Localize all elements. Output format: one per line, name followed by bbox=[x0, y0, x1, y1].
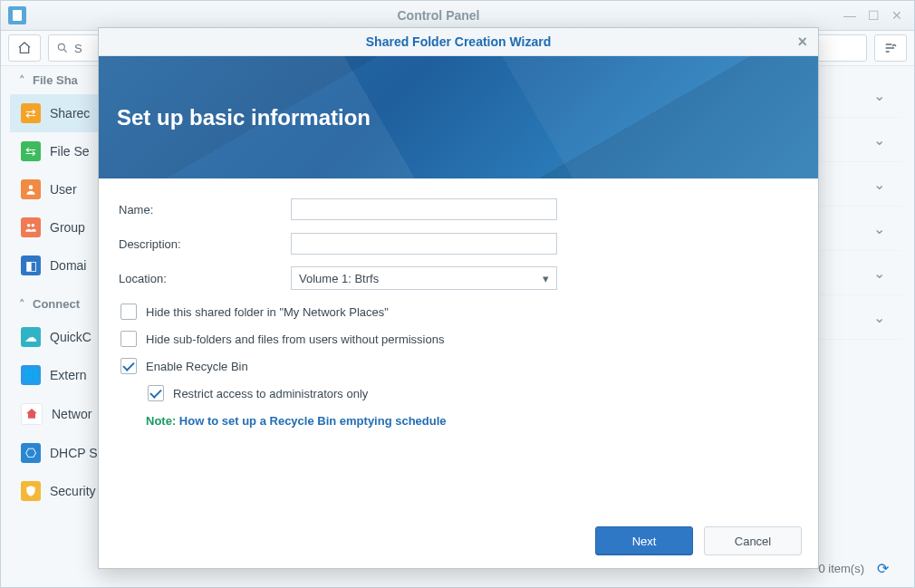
svg-point-3 bbox=[32, 224, 35, 227]
home-icon bbox=[17, 41, 32, 55]
sidebar-item-label: User bbox=[50, 182, 77, 197]
option-label: Hide sub-folders and files from users wi… bbox=[146, 333, 444, 346]
chevron-down-icon: ⌄ bbox=[873, 87, 885, 104]
sidebar-item-label: Sharec bbox=[50, 106, 90, 120]
option-label: Restrict access to administrators only bbox=[173, 387, 368, 400]
sidebar-item-label: DHCP S bbox=[50, 446, 98, 460]
option-label: Hide this shared folder in "My Network P… bbox=[146, 305, 389, 319]
sort-icon bbox=[883, 41, 898, 55]
chevron-down-icon: ⌄ bbox=[873, 265, 885, 282]
dialog-title: Shared Folder Creation Wizard bbox=[366, 34, 551, 49]
sidebar-item-label: Extern bbox=[50, 368, 86, 382]
sidebar-item-label: Security bbox=[50, 484, 96, 498]
sidebar-section-label: Connect bbox=[33, 297, 80, 311]
chevron-down-icon: ⌄ bbox=[873, 176, 885, 193]
refresh-icon[interactable]: ⟳ bbox=[877, 560, 889, 577]
checkbox-icon[interactable] bbox=[120, 331, 137, 347]
location-label: Location: bbox=[119, 272, 291, 285]
group-icon bbox=[21, 217, 41, 237]
dialog-body: Name: Description: Location: Volume 1: B… bbox=[99, 178, 818, 444]
sidebar-item-label: File Se bbox=[50, 144, 90, 159]
checkbox-checked-icon[interactable] bbox=[148, 385, 164, 401]
description-label: Description: bbox=[119, 237, 291, 251]
note-label: Note: bbox=[146, 414, 176, 428]
sidebar-item-label: QuickC bbox=[50, 330, 92, 344]
shield-icon bbox=[21, 481, 41, 501]
checkbox-icon[interactable] bbox=[120, 304, 137, 320]
cloud-icon: ☁ bbox=[21, 327, 41, 347]
user-icon bbox=[21, 179, 41, 199]
cancel-button[interactable]: Cancel bbox=[704, 526, 802, 555]
dialog-banner: Set up basic information bbox=[99, 56, 818, 178]
svg-point-0 bbox=[58, 43, 64, 50]
option-hide-subfolders[interactable]: Hide sub-folders and files from users wi… bbox=[119, 325, 798, 352]
option-enable-recycle-bin[interactable]: Enable Recycle Bin bbox=[119, 352, 798, 380]
button-label: Cancel bbox=[735, 535, 771, 548]
folder-share-icon: ⇄ bbox=[21, 103, 41, 123]
options-group: Hide this shared folder in "My Network P… bbox=[119, 298, 798, 428]
control-panel-window: Control Panel — ☐ ✕ S ˄ File Sha ⇄ Share… bbox=[0, 0, 915, 588]
search-icon bbox=[56, 42, 69, 54]
dhcp-icon: ⎔ bbox=[21, 443, 41, 463]
chevron-down-icon: ⌄ bbox=[873, 309, 885, 326]
network-icon bbox=[21, 403, 43, 425]
button-label: Next bbox=[632, 535, 657, 548]
option-restrict-admins[interactable]: Restrict access to administrators only bbox=[146, 380, 798, 407]
search-text: S bbox=[74, 42, 82, 55]
sidebar-item-label: Networ bbox=[52, 407, 92, 421]
item-count: 0 item(s) bbox=[818, 562, 864, 575]
dialog-footer: Next Cancel bbox=[595, 526, 802, 555]
globe-icon: 🌐 bbox=[21, 365, 41, 385]
note-row: Note: How to set up a Recycle Bin emptyi… bbox=[146, 414, 798, 428]
chevron-down-icon: ⌄ bbox=[873, 220, 885, 237]
field-location: Location: Volume 1: Btrfs ▾ bbox=[119, 264, 798, 293]
window-title: Control Panel bbox=[34, 8, 843, 23]
dialog-titlebar[interactable]: Shared Folder Creation Wizard × bbox=[99, 28, 818, 56]
svg-point-1 bbox=[29, 185, 34, 189]
minimize-icon[interactable]: — bbox=[843, 8, 856, 23]
checkbox-checked-icon[interactable] bbox=[120, 358, 137, 374]
field-description: Description: bbox=[119, 229, 798, 258]
description-input[interactable] bbox=[291, 233, 557, 255]
field-name: Name: bbox=[119, 195, 798, 224]
location-value: Volume 1: Btrfs bbox=[299, 272, 379, 285]
close-icon[interactable]: ✕ bbox=[891, 8, 903, 23]
option-hide-network[interactable]: Hide this shared folder in "My Network P… bbox=[119, 298, 798, 325]
shared-folder-wizard: Shared Folder Creation Wizard × Set up b… bbox=[98, 27, 819, 569]
window-controls: — ☐ ✕ bbox=[843, 8, 914, 23]
home-button[interactable] bbox=[8, 34, 41, 62]
sidebar-item-label: Group bbox=[50, 220, 85, 235]
chevron-up-icon: ˄ bbox=[19, 73, 25, 87]
location-select[interactable]: Volume 1: Btrfs ▾ bbox=[291, 266, 557, 290]
app-icon bbox=[8, 6, 26, 24]
next-button[interactable]: Next bbox=[595, 526, 693, 555]
svg-point-2 bbox=[27, 224, 31, 227]
name-input[interactable] bbox=[291, 198, 557, 220]
domain-icon: ◧ bbox=[21, 255, 41, 275]
file-services-icon: ⇆ bbox=[21, 141, 41, 161]
note-link[interactable]: How to set up a Recycle Bin emptying sch… bbox=[179, 414, 447, 428]
option-label: Enable Recycle Bin bbox=[146, 360, 248, 373]
dialog-header: Set up basic information bbox=[117, 105, 371, 130]
sidebar-item-label: Domai bbox=[50, 258, 86, 273]
chevron-down-icon: ▾ bbox=[543, 272, 549, 285]
sort-button[interactable] bbox=[874, 34, 907, 62]
chevron-down-icon: ⌄ bbox=[873, 131, 885, 149]
chevron-up-icon: ˄ bbox=[19, 297, 25, 311]
name-label: Name: bbox=[119, 203, 291, 217]
close-icon[interactable]: × bbox=[797, 34, 807, 50]
sidebar-section-label: File Sha bbox=[33, 73, 78, 87]
maximize-icon[interactable]: ☐ bbox=[867, 8, 880, 23]
